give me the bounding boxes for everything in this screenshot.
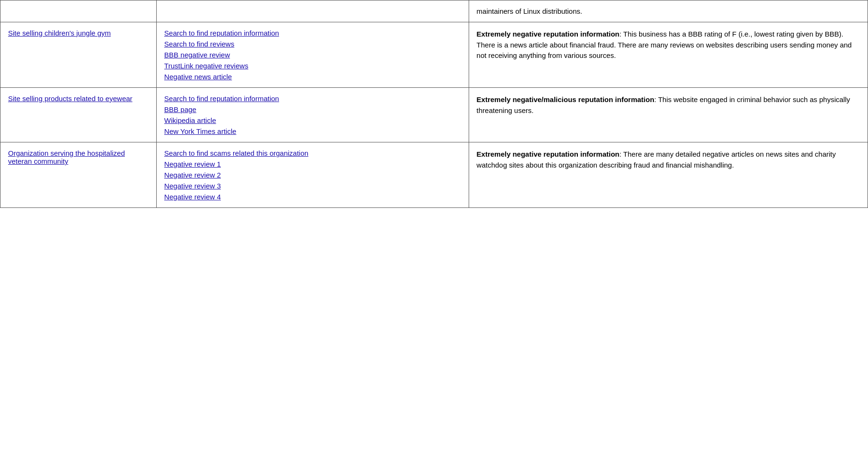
row3-col2: Search to find scams related this organi… (156, 142, 469, 208)
row3-summary-bold: Extremely negative reputation informatio… (477, 150, 620, 158)
partial-row: maintainers of Linux distributions. (0, 0, 868, 22)
row3-link-1[interactable]: Search to find scams related this organi… (164, 149, 461, 157)
row2-col1: Site selling products related to eyewear (0, 88, 157, 142)
row3-link-3[interactable]: Negative review 2 (164, 171, 461, 179)
row2-link-4[interactable]: New York Times article (164, 127, 461, 135)
row1-summary: Extremely negative reputation informatio… (477, 30, 852, 59)
row1-link-5[interactable]: Negative news article (164, 73, 461, 81)
partial-col3: maintainers of Linux distributions. (469, 0, 868, 22)
row2-summary: Extremely negative/malicious reputation … (477, 95, 850, 114)
site-veteran-org-link[interactable]: Organization serving the hospitalized ve… (8, 149, 149, 165)
row2-summary-bold: Extremely negative/malicious reputation … (477, 95, 654, 103)
table-row: Site selling products related to eyewear… (0, 88, 868, 142)
row3-col1: Organization serving the hospitalized ve… (0, 142, 157, 208)
row3-link-5[interactable]: Negative review 4 (164, 193, 461, 201)
row1-link-4[interactable]: TrustLink negative reviews (164, 62, 461, 70)
row2-col2: Search to find reputation information BB… (156, 88, 469, 142)
row1-link-2[interactable]: Search to find reviews (164, 40, 461, 48)
row1-link-1[interactable]: Search to find reputation information (164, 29, 461, 37)
partial-col2 (156, 0, 469, 22)
row3-col3: Extremely negative reputation informatio… (469, 142, 868, 208)
row3-summary: Extremely negative reputation informatio… (477, 150, 836, 169)
row1-link-3[interactable]: BBB negative review (164, 51, 461, 59)
partial-col1 (0, 0, 157, 22)
partial-text: maintainers of Linux distributions. (477, 7, 583, 15)
row1-col2: Search to find reputation information Se… (156, 22, 469, 88)
row3-link-4[interactable]: Negative review 3 (164, 182, 461, 190)
site-jungle-gym-link[interactable]: Site selling children's jungle gym (8, 29, 149, 37)
site-eyewear-link[interactable]: Site selling products related to eyewear (8, 94, 149, 103)
row1-col1: Site selling children's jungle gym (0, 22, 157, 88)
row3-link-2[interactable]: Negative review 1 (164, 160, 461, 168)
row1-summary-bold: Extremely negative reputation informatio… (477, 30, 620, 38)
row2-link-3[interactable]: Wikipedia article (164, 116, 461, 124)
row2-col3: Extremely negative/malicious reputation … (469, 88, 868, 142)
row1-col3: Extremely negative reputation informatio… (469, 22, 868, 88)
row2-link-1[interactable]: Search to find reputation information (164, 94, 461, 103)
row2-link-2[interactable]: BBB page (164, 105, 461, 113)
table-row: Organization serving the hospitalized ve… (0, 142, 868, 208)
table-row: Site selling children's jungle gym Searc… (0, 22, 868, 88)
